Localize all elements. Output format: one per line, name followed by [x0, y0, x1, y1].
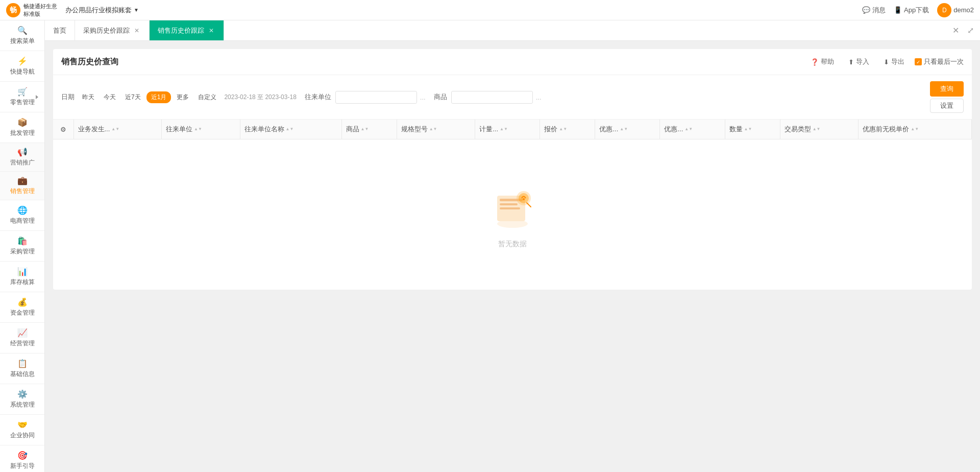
maximize-button[interactable]: ⤢ — [965, 25, 976, 36]
th-quote[interactable]: 报价 ▲▼ — [540, 120, 595, 139]
sidebar-item-wholesale[interactable]: 📦 批发管理 — [0, 112, 44, 143]
preset-yesterday[interactable]: 昨天 — [79, 91, 98, 103]
sidebar-item-shortcuts[interactable]: ⚡ 快捷导航 — [0, 51, 44, 82]
date-filter-group: 日期 昨天 今天 近7天 近1月 更多 自定义 2023-02-18 至 202… — [61, 91, 297, 103]
query-button[interactable]: 查询 — [930, 81, 964, 97]
filter-actions: 查询 设置 — [930, 81, 964, 113]
th-discount1[interactable]: 优惠... ▲▼ — [595, 120, 660, 139]
sidebar-item-search[interactable]: 🔍 搜索菜单 — [0, 20, 44, 51]
table-container: ⚙ 业务发生... ▲▼ 往来 — [53, 120, 972, 290]
partner-input[interactable] — [335, 91, 417, 104]
sidebar-item-marketing[interactable]: 📢 营销推广 — [0, 143, 44, 172]
tab-sales-history[interactable]: 销售历史价跟踪 ✕ — [150, 20, 224, 40]
export-icon: ⬇ — [884, 58, 889, 66]
preset-7days[interactable]: 近7天 — [121, 91, 144, 103]
table-body: 暂无数据 — [53, 139, 972, 290]
enterprise-icon: 🤝 — [17, 420, 28, 430]
sidebar-item-system[interactable]: ⚙️ 系统管理 — [0, 384, 44, 415]
company-selector[interactable]: 办公用品行业模拟账套 ▼ — [61, 4, 143, 17]
import-button[interactable]: ⬆ 导入 — [844, 55, 873, 68]
help-button[interactable]: ❓ 帮助 — [806, 55, 838, 68]
sort-icon: ▲▼ — [744, 127, 752, 131]
svg-point-7 — [523, 198, 525, 200]
gear-icon: ⚙ — [60, 126, 66, 133]
sidebar-item-operations[interactable]: 📈 经营管理 — [0, 323, 44, 353]
tab-close-purchase[interactable]: ✕ — [133, 27, 141, 35]
preset-1month[interactable]: 近1月 — [146, 91, 172, 103]
sidebar-item-finance[interactable]: 💰 资金管理 — [0, 292, 44, 323]
th-notax-price[interactable]: 优惠前无税单价 ▲▼ — [859, 120, 972, 139]
sort-icon: ▲▼ — [194, 127, 202, 131]
tab-home[interactable]: 首页 — [45, 20, 75, 40]
message-button[interactable]: 💬 消息 — [862, 6, 886, 15]
empty-state: 暂无数据 — [53, 139, 972, 290]
window-controls: ✕ ⤢ — [946, 20, 980, 40]
download-icon: 📱 — [894, 6, 902, 14]
top-bar: 畅 畅捷通好生意 标准版 办公用品行业模拟账套 ▼ 💬 消息 📱 App下载 D… — [0, 0, 980, 20]
empty-text: 暂无数据 — [498, 240, 527, 249]
date-range: 2023-02-18 至 2023-03-18 — [224, 93, 296, 102]
close-tab-button[interactable]: ✕ — [950, 25, 961, 36]
sort-icon: ▲▼ — [559, 127, 567, 131]
sidebar-item-retail[interactable]: 🛒 零售管理 — [0, 82, 44, 112]
svg-rect-4 — [500, 207, 520, 209]
sidebar: 🔍 搜索菜单 ⚡ 快捷导航 🛒 零售管理 📦 批发管理 📢 营销推广 💼 销售管… — [0, 20, 45, 472]
th-unit[interactable]: 计量... ▲▼ — [475, 120, 540, 139]
product-input-group: ... — [451, 91, 542, 104]
sidebar-item-sales[interactable]: 💼 销售管理 — [0, 172, 44, 200]
finance-icon: 💰 — [17, 297, 28, 307]
product-input[interactable] — [451, 91, 533, 104]
product-filter-group: 商品 ... — [434, 91, 542, 104]
th-quantity[interactable]: 数量 ▲▼ — [725, 120, 780, 139]
app-download-button[interactable]: 📱 App下载 — [894, 6, 929, 15]
th-discount2[interactable]: 优惠... ▲▼ — [660, 120, 725, 139]
retail-icon: 🛒 — [17, 87, 28, 97]
table-header: ⚙ 业务发生... ▲▼ 往来 — [53, 120, 972, 139]
settings-button[interactable]: 设置 — [930, 99, 964, 113]
sidebar-item-guide[interactable]: 🎯 新手引导 — [0, 445, 44, 472]
sidebar-item-purchase[interactable]: 🛍️ 采购管理 — [0, 231, 44, 262]
message-icon: 💬 — [862, 6, 870, 14]
th-spec[interactable]: 规格型号 ▲▼ — [397, 120, 475, 139]
sort-icon: ▲▼ — [286, 127, 294, 131]
sidebar-item-basic[interactable]: 📋 基础信息 — [0, 353, 44, 384]
marketing-icon: 📢 — [17, 147, 28, 157]
th-partner-code[interactable]: 往来单位 ▲▼ — [162, 120, 240, 139]
sales-icon: 💼 — [17, 176, 28, 185]
data-table: ⚙ 业务发生... ▲▼ 往来 — [53, 120, 972, 290]
preset-today[interactable]: 今天 — [100, 91, 119, 103]
sidebar-item-ecommerce[interactable]: 🌐 电商管理 — [0, 200, 44, 231]
date-presets: 昨天 今天 近7天 近1月 更多 自定义 — [79, 91, 220, 103]
shortcuts-icon: ⚡ — [17, 56, 28, 66]
main-layout: 🔍 搜索菜单 ⚡ 快捷导航 🛒 零售管理 📦 批发管理 📢 营销推广 💼 销售管… — [0, 20, 980, 472]
th-product[interactable]: 商品 ▲▼ — [341, 120, 397, 139]
sort-icon: ▲▼ — [361, 127, 369, 131]
partner-more-icon[interactable]: ... — [420, 93, 426, 101]
tab-spacer — [224, 20, 946, 40]
purchase-icon: 🛍️ — [17, 236, 28, 246]
tab-close-sales[interactable]: ✕ — [207, 27, 215, 35]
user-profile[interactable]: D demo2 — [937, 3, 974, 17]
date-label: 日期 — [61, 92, 75, 102]
tab-purchase-history[interactable]: 采购历史价跟踪 ✕ — [75, 20, 150, 40]
sort-icon: ▲▼ — [813, 127, 821, 131]
ecommerce-icon: 🌐 — [17, 205, 28, 215]
th-settings[interactable]: ⚙ — [53, 120, 74, 139]
empty-illustration — [487, 180, 538, 231]
sidebar-item-inventory[interactable]: 📊 库存核算 — [0, 262, 44, 292]
th-biz-date[interactable]: 业务发生... ▲▼ — [74, 120, 162, 139]
th-partner-name[interactable]: 往来单位名称 ▲▼ — [240, 120, 341, 139]
top-bar-left: 畅 畅捷通好生意 标准版 办公用品行业模拟账套 ▼ — [6, 3, 143, 17]
export-button[interactable]: ⬇ 导出 — [879, 55, 909, 68]
logo-area: 畅 畅捷通好生意 标准版 — [6, 3, 57, 17]
help-icon: ❓ — [811, 58, 819, 66]
only-last-checkbox[interactable]: 只看最后一次 — [915, 57, 964, 66]
product-more-icon[interactable]: ... — [536, 93, 542, 101]
page-header-actions: ❓ 帮助 ⬆ 导入 ⬇ 导出 只看最后一次 — [806, 55, 964, 68]
sidebar-sub-wholesale: 📢 营销推广 💼 销售管理 — [0, 143, 44, 200]
preset-more[interactable]: 更多 — [173, 91, 192, 103]
preset-custom[interactable]: 自定义 — [194, 91, 220, 103]
th-trade-type[interactable]: 交易类型 ▲▼ — [780, 120, 859, 139]
page-header: 销售历史价查询 ❓ 帮助 ⬆ 导入 ⬇ 导出 — [53, 49, 972, 75]
sidebar-item-enterprise[interactable]: 🤝 企业协同 — [0, 415, 44, 445]
